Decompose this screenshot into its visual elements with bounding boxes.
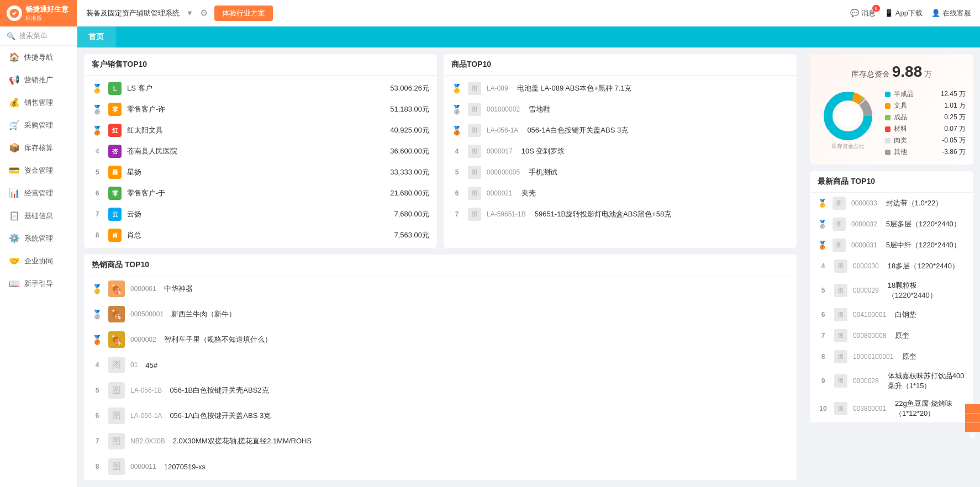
sidebar-item-purchase[interactable]: 🛒 采购管理	[0, 114, 77, 136]
product-code: LA-089	[487, 84, 508, 92]
product-icon: 图	[468, 145, 481, 158]
product-rank-item: 6 图 0000021 夹壳	[444, 183, 797, 204]
customer-rank-item: 🥉 红 红太阳文具 40,925.00元	[84, 120, 437, 141]
rank-number: 4	[818, 261, 829, 272]
new-product-item: 6 图 004100001 白钢垫	[810, 304, 973, 325]
legend-dot	[885, 126, 891, 132]
dropdown-icon[interactable]: ▼	[186, 9, 193, 17]
finance-icon: 💳	[9, 165, 20, 176]
rank-number: 7	[818, 330, 829, 341]
product-name: 056-1A白色按键开关盖ABS 3克	[170, 411, 789, 421]
legend-item: 文具 1.01 万	[885, 101, 966, 110]
content-main: 客户销售TOP10 🥇 L LS 客户 53,006.26元 🥈 零 零售客户-…	[77, 47, 803, 487]
product-ranking-title: 商品TOP10	[451, 60, 491, 70]
product-code: 001000002	[487, 105, 520, 113]
customer-rank-item: 5 星 星扬 33,333.00元	[84, 162, 437, 183]
inventory-title: 库存总资金	[851, 70, 890, 78]
customer-rank-item: 🥇 L LS 客户 53,006.26元	[84, 78, 437, 99]
medal-icon: 🥈	[818, 220, 827, 229]
inventory-chart-area: 库存资金占比 半成品 12.45 万 文具 1.01 万 成品 0.25 万 材…	[810, 85, 973, 165]
product-icon: 图	[468, 187, 481, 200]
new-product-item: 4 图 0000030 18多层（1220*2440）	[810, 256, 973, 277]
operations-label: 经营管理	[24, 188, 53, 198]
operations-icon: 📊	[9, 188, 20, 198]
legend-value: -3.86 万	[942, 147, 966, 157]
legend-dot	[885, 138, 891, 144]
customer-value: 36,600.00元	[390, 146, 429, 156]
legend-name: 成品	[894, 113, 941, 122]
sidebar-item-operations[interactable]: 📊 经营管理	[0, 182, 77, 204]
sidebar-item-basic[interactable]: 📋 基础信息	[0, 204, 77, 227]
float-btn-0[interactable]: 客服热线	[965, 404, 980, 414]
rank-number: 7	[451, 209, 462, 220]
svg-point-7	[837, 105, 859, 127]
quicknav-label: 快捷导航	[24, 52, 53, 62]
new-product-item: 5 图 0000029 18颗粒板（1220*2440）	[810, 277, 973, 304]
system-title: 装备及固定资产辅助管理系统	[86, 8, 180, 18]
product-rank-item: 🥇 图 LA-089 电池盖 LA-089 ABS本色+黑种 7.1克	[444, 78, 797, 99]
trial-button[interactable]: 体验行业方案	[214, 6, 273, 21]
product-thumbnail: 图	[108, 357, 125, 373]
new-product-name: 白钢垫	[895, 310, 966, 320]
product-name: 雪地鞋	[529, 104, 789, 114]
rank-number: 6	[818, 309, 829, 320]
sidebar-item-quicknav[interactable]: 🏠 快捷导航	[0, 46, 77, 68]
product-rank-item: 5 图 000800005 手机测试	[444, 162, 797, 183]
legend-item: 成品 0.25 万	[885, 113, 966, 122]
hot-product-item: 9 图 KK-SD22110H 花语萌恒温分腿睡袋（厚款）	[84, 479, 797, 480]
product-code: 0000001	[130, 285, 156, 293]
tab-home[interactable]: 首页	[77, 27, 115, 47]
sidebar-item-guide[interactable]: 📖 新手引导	[0, 272, 77, 295]
new-product-code: 0000030	[853, 262, 879, 270]
new-product-icon: 图	[833, 197, 846, 210]
app-download-button[interactable]: 📱 App下载	[884, 8, 923, 18]
product-rank-item: 4 图 0000017 10S 变刹罗浆	[444, 141, 797, 162]
message-button[interactable]: 💬 消息 6	[850, 8, 876, 18]
sidebar-item-finance[interactable]: 💳 资金管理	[0, 159, 77, 182]
product-code: LA-056-1A	[487, 126, 518, 134]
settings-icon[interactable]: ⚙	[200, 8, 208, 18]
customer-value: 40,925.00元	[390, 125, 429, 135]
guide-label: 新手引导	[24, 279, 53, 289]
customer-name: 星扬	[127, 167, 384, 177]
sidebar-item-marketing[interactable]: 📢 营销推广	[0, 68, 77, 91]
customer-value: 7,563.00元	[394, 230, 429, 240]
sidebar-item-system[interactable]: ⚙️ 系统管理	[0, 227, 77, 250]
new-product-name: 18颗粒板（1220*2440）	[888, 280, 966, 300]
legend-item: 半成品 12.45 万	[885, 89, 966, 99]
medal-icon: 🥉	[92, 335, 103, 345]
rank-number: 5	[451, 167, 462, 178]
new-product-icon: 图	[834, 329, 847, 342]
legend-value: -0.05 万	[942, 136, 966, 145]
float-btn-2[interactable]: 直播	[965, 423, 980, 432]
hot-products-card: 热销商品 TOP10 🥇 🍖 0000001 中华神器 🥈 🍖 00050000…	[84, 255, 797, 480]
online-service-button[interactable]: 👤 在线客服	[931, 8, 971, 18]
collab-icon: 🤝	[9, 256, 20, 266]
search-menu[interactable]: 🔍 搜索菜单	[0, 27, 77, 46]
purchase-icon: 🛒	[9, 120, 20, 130]
new-product-icon: 图	[833, 239, 846, 252]
collab-label: 企业协同	[24, 256, 53, 266]
product-rank-item: 7 图 LA-59651-1B 59651-1B旋转投影灯电池盒ABS黑色+58…	[444, 204, 797, 225]
rank-number: 4	[92, 359, 103, 370]
sidebar-item-inventory[interactable]: 📦 库存核算	[0, 136, 77, 159]
message-badge: 6	[872, 5, 880, 12]
hot-product-item: 7 图 NB2.0X30B 2.0X30MM双搓花轴,搓花直径2.1MM/ROH…	[84, 428, 797, 454]
product-name: 056-1A白色按键开关盖ABS 3克	[527, 125, 789, 135]
inventory-unit: 万	[924, 70, 932, 78]
inventory-icon: 📦	[9, 142, 20, 153]
sidebar-item-collab[interactable]: 🤝 企业协同	[0, 250, 77, 272]
hot-products-title: 热销商品 TOP10	[92, 260, 149, 270]
new-product-code: 000800008	[853, 332, 886, 340]
new-product-name: 封边带（1.0*22）	[886, 198, 966, 208]
medal-icon: 🥈	[451, 104, 462, 115]
sidebar-item-sales[interactable]: 💰 销售管理	[0, 91, 77, 114]
float-btn-1[interactable]: 服务社区	[965, 414, 980, 423]
new-product-icon: 图	[834, 308, 847, 321]
product-thumbnail: 图	[108, 458, 125, 475]
new-product-name: 原奎	[895, 331, 966, 341]
content: 客户销售TOP10 🥇 L LS 客户 53,006.26元 🥈 零 零售客户-…	[77, 47, 980, 487]
new-product-code: 0000029	[853, 287, 879, 294]
medal-icon: 🥈	[92, 309, 103, 320]
customer-rank-item: 7 云 云扬 7,680.00元	[84, 204, 437, 225]
